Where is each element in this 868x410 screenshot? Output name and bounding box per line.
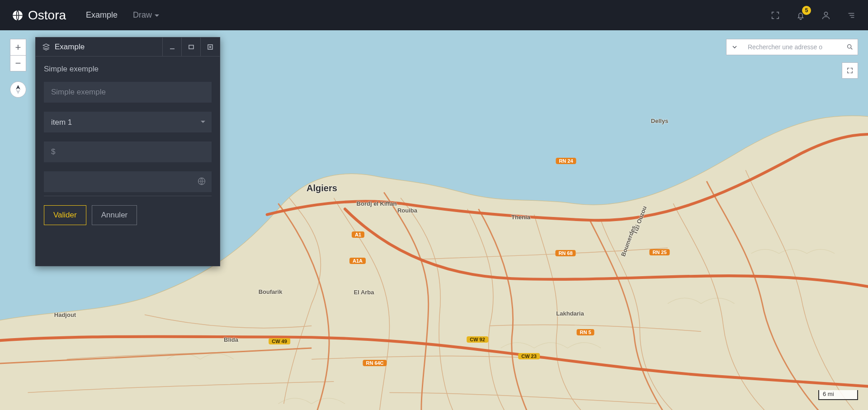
panel-minimize-button[interactable]	[163, 38, 182, 56]
search-button[interactable]	[842, 39, 858, 55]
svg-point-1	[824, 12, 827, 15]
expand-icon	[846, 67, 854, 74]
nav-draw[interactable]: Draw	[133, 10, 159, 20]
compass-button[interactable]	[10, 81, 26, 98]
nav-draw-label: Draw	[133, 10, 152, 19]
expand-map-button[interactable]	[842, 62, 858, 79]
notification-badge: 5	[802, 6, 811, 15]
compass-icon	[15, 85, 21, 94]
panel-body: Simple exemple item 1 Valider Annuler	[36, 57, 220, 233]
currency-input[interactable]	[44, 141, 212, 162]
example-panel: Example Simple exemple item 1 Valide	[35, 37, 220, 266]
panel-footer: Valider Annuler	[44, 196, 212, 225]
panel-section-title: Simple exemple	[44, 65, 212, 74]
search-input[interactable]	[742, 39, 842, 55]
panel-title: Example	[36, 38, 163, 56]
valider-button[interactable]: Valider	[44, 205, 86, 225]
example-select[interactable]: item 1	[44, 112, 212, 132]
main-nav: Example Draw	[86, 10, 159, 20]
search-type-dropdown[interactable]	[726, 39, 742, 55]
scale-bar: 6 mi	[818, 390, 858, 400]
svg-rect-3	[189, 45, 193, 49]
svg-point-2	[847, 45, 851, 48]
menu-icon[interactable]	[846, 10, 856, 20]
topbar-actions: 5	[770, 10, 856, 20]
search-bar	[726, 39, 858, 55]
layers-icon	[42, 43, 50, 51]
bell-icon[interactable]: 5	[796, 10, 806, 20]
panel-header[interactable]: Example	[36, 38, 220, 57]
chevron-down-icon	[732, 44, 737, 50]
example-text-input[interactable]	[44, 82, 212, 103]
search-icon	[846, 43, 854, 51]
globe-grid-icon	[197, 177, 206, 188]
globe-icon	[12, 9, 24, 21]
fullscreen-icon[interactable]	[770, 10, 780, 20]
annuler-button[interactable]: Annuler	[92, 205, 137, 225]
brand-logo[interactable]: Ostora	[12, 8, 66, 23]
panel-close-button[interactable]	[201, 38, 220, 56]
panel-maximize-button[interactable]	[182, 38, 201, 56]
nav-example[interactable]: Example	[86, 10, 118, 20]
top-bar: Ostora Example Draw 5	[0, 0, 868, 30]
url-input[interactable]	[44, 171, 212, 192]
panel-title-text: Example	[55, 42, 85, 52]
zoom-in-button[interactable]: +	[10, 39, 26, 55]
scale-label: 6 mi	[823, 391, 834, 397]
user-icon[interactable]	[821, 10, 831, 20]
chevron-down-icon	[155, 14, 159, 19]
search-input-wrapper	[742, 39, 842, 55]
brand-name: Ostora	[28, 8, 66, 23]
zoom-control: + −	[10, 39, 26, 71]
zoom-out-button[interactable]: −	[10, 55, 26, 71]
